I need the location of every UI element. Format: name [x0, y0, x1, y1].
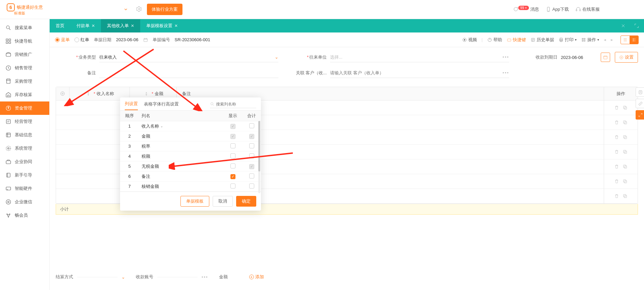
popup-ok-button[interactable]: 确定 [236, 196, 256, 207]
trash-icon[interactable] [614, 164, 619, 169]
trash-icon[interactable] [614, 179, 619, 184]
popup-tab-style[interactable]: 表格字体行高设置 [144, 101, 179, 110]
remark-input[interactable] [99, 70, 278, 75]
tab-2[interactable]: 其他收入单✕ [101, 19, 140, 32]
add-settle-button[interactable]: +添加 [249, 274, 264, 280]
checkbox[interactable] [249, 153, 254, 158]
checkbox[interactable] [230, 153, 235, 158]
partner-field[interactable]: *往来单位 选择...••• [286, 52, 509, 62]
svg-rect-46 [624, 165, 626, 168]
popup-tab-columns[interactable]: 列设置 [125, 101, 138, 110]
more-icon[interactable]: ••• [202, 275, 208, 280]
popup-search-input[interactable] [216, 102, 256, 106]
ops-link[interactable]: 操作▾ [581, 37, 599, 43]
biz-type-field[interactable]: *业务类型 往来收入⌄ [56, 52, 278, 62]
sidebar-item-coop[interactable]: 企业协同 [0, 155, 49, 168]
sidebar-item-fund[interactable]: 资金管理 [0, 101, 49, 115]
support-button[interactable]: 在线客服 [576, 6, 600, 12]
checkbox[interactable] [249, 143, 254, 148]
tab-expand-button[interactable] [632, 21, 641, 30]
popup-search[interactable] [210, 102, 256, 108]
nav-prev[interactable]: ◂ [604, 37, 606, 42]
company-selector[interactable] [61, 4, 131, 14]
more-icon[interactable]: ••• [502, 55, 509, 60]
trial-button[interactable]: 体验行业方案 [147, 4, 182, 15]
copy-icon[interactable] [623, 135, 628, 140]
sidebar-item-search[interactable]: 搜索菜单 [0, 21, 49, 34]
rel-customer-field[interactable]: 关联 客户（收... ••• [286, 68, 509, 78]
trash-icon[interactable] [614, 105, 619, 110]
hotkey-link[interactable]: 快捷键 [507, 37, 526, 43]
trash-icon[interactable] [614, 120, 619, 125]
checkbox[interactable] [230, 174, 235, 179]
float-note-button[interactable] [636, 87, 644, 97]
popup-cancel-button[interactable]: 取消 [213, 196, 233, 207]
copy-icon[interactable] [623, 164, 628, 169]
chevron-down-icon[interactable]: ⌄ [160, 124, 163, 128]
chevron-down-icon[interactable]: ⌄ [121, 275, 125, 280]
sidebar-item-iot[interactable]: 智能硬件 [0, 182, 49, 195]
checkbox[interactable] [230, 184, 235, 189]
popup-template-button[interactable]: 单据模板 [180, 196, 209, 207]
trash-icon[interactable] [614, 149, 619, 154]
sidebar-item-system[interactable]: 系统管理 [0, 142, 49, 155]
form-settings-button[interactable]: 设置 [615, 52, 638, 63]
checkbox[interactable] [249, 123, 254, 128]
copy-icon[interactable] [623, 194, 628, 199]
svg-rect-48 [624, 180, 626, 183]
grid-settings-button[interactable] [56, 87, 69, 100]
red-doc-radio[interactable]: 红单 [74, 37, 89, 43]
app-download-button[interactable]: App下载 [546, 6, 569, 12]
sidebar-item-purchase[interactable]: 采购管理 [0, 75, 49, 88]
checkbox[interactable] [230, 163, 235, 168]
checkbox[interactable] [249, 184, 254, 189]
sidebar-item-work[interactable]: 企业微信 [0, 195, 49, 209]
popup-scrollbar[interactable] [258, 121, 260, 193]
view-grid[interactable] [630, 36, 638, 44]
biz-icon [5, 119, 11, 125]
table-row-ops [604, 100, 638, 115]
doc-date-value[interactable]: 2023-06-06 [116, 37, 139, 42]
view-list[interactable] [621, 36, 630, 44]
copy-icon[interactable] [623, 120, 628, 125]
sidebar-item-vip[interactable]: 畅会员 [0, 209, 49, 222]
calendar-button[interactable] [601, 53, 610, 62]
print-link[interactable]: 打印▾ [559, 37, 577, 43]
tab-close-icon[interactable]: ✕ [174, 23, 178, 28]
sidebar-item-biz[interactable]: 经营管理 [0, 115, 49, 128]
tab-close-button[interactable] [619, 21, 628, 30]
tab-close-icon[interactable]: ✕ [131, 23, 134, 28]
float-link-button[interactable] [636, 99, 644, 108]
sidebar-item-promo[interactable]: 营销推广 [0, 48, 49, 61]
tab-label: 首页 [56, 23, 64, 29]
trash-icon[interactable] [614, 194, 619, 199]
trash-icon[interactable] [614, 135, 619, 140]
nav-next[interactable]: ▸ [611, 37, 613, 42]
checkbox[interactable] [249, 173, 254, 178]
tab-3[interactable]: 单据模板设置✕ [140, 19, 184, 32]
checkbox[interactable] [230, 143, 235, 148]
video-link[interactable]: 视频 [462, 37, 477, 43]
sidebar-item-sales[interactable]: 销售管理 [0, 61, 49, 75]
calendar-icon[interactable] [143, 38, 148, 42]
history-link[interactable]: 历史单据 [531, 37, 554, 43]
rel-cust-input[interactable] [330, 70, 502, 75]
sidebar-item-base[interactable]: 基础信息 [0, 128, 49, 142]
sidebar-item-quick[interactable]: 快捷导航 [0, 34, 49, 48]
copy-icon[interactable] [623, 179, 628, 184]
blue-doc-radio[interactable]: 蓝单 [55, 37, 70, 43]
tab-1[interactable]: 付款单✕ [70, 19, 101, 32]
tab-close-icon[interactable]: ✕ [92, 23, 95, 28]
help-link[interactable]: 帮助 [487, 37, 502, 43]
top-settings-button[interactable] [136, 6, 142, 13]
sidebar-item-stock[interactable]: 库存核算 [0, 88, 49, 101]
copy-icon[interactable] [623, 105, 628, 110]
float-expand-button[interactable] [636, 110, 644, 120]
more-icon[interactable]: ••• [502, 70, 509, 75]
copy-icon[interactable] [623, 149, 628, 154]
remark-field[interactable]: 备注 [56, 68, 278, 78]
sidebar-item-guide[interactable]: 新手引导 [0, 168, 49, 182]
tab-0[interactable]: 首页 [50, 19, 70, 32]
messages-button[interactable]: 99 + 消息 [513, 6, 539, 12]
due-date-field[interactable]: 收款到期日 2023-06-06 设置 [517, 52, 638, 63]
